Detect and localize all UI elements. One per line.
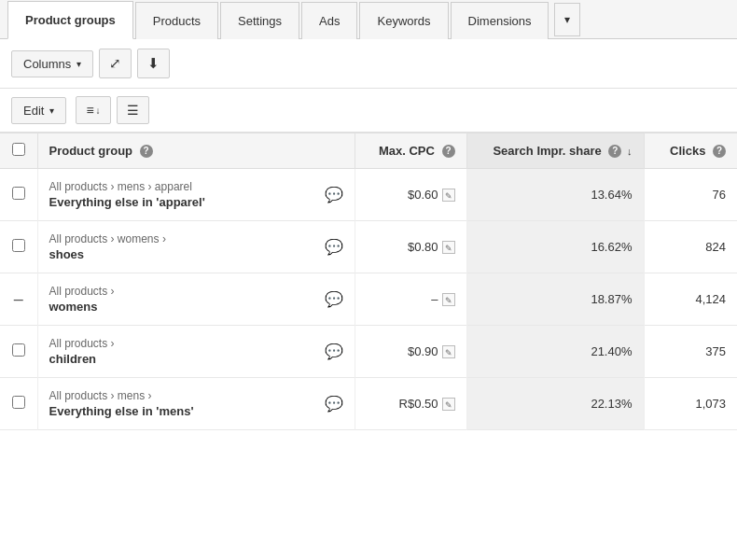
header-clicks: Clicks ? <box>644 133 737 169</box>
search-impr-share-value: 21.40% <box>591 344 632 358</box>
download-icon: ⬇ <box>147 55 160 72</box>
cpc-value: $0.60 <box>408 188 438 202</box>
search-impr-share-value: 18.87% <box>591 292 632 306</box>
product-group-cell: All products › children 💬 <box>37 326 355 378</box>
product-path: All products › mens › <box>49 389 194 402</box>
tab-product-groups[interactable]: Product groups <box>7 1 133 39</box>
max-cpc-cell: R$0.50 ✎ <box>355 378 466 430</box>
product-name: shoes <box>49 247 166 261</box>
cpc-edit-icon[interactable]: ✎ <box>442 398 455 411</box>
header-search-impr-share: Search Impr. share ? ↓ <box>466 133 644 169</box>
product-path: All products › <box>49 337 115 350</box>
clicks-value: 375 <box>705 344 726 358</box>
search-impr-share-cell: 16.62% <box>466 221 644 273</box>
list-icon: ☰ <box>127 103 139 118</box>
product-path: All products › womens › <box>49 232 166 245</box>
tab-products[interactable]: Products <box>135 2 218 39</box>
table-row: All products › mens › Everything else in… <box>0 378 737 430</box>
search-impr-share-cell: 13.64% <box>466 169 644 221</box>
table-row: All products › womens › shoes 💬 $0.80 ✎ … <box>0 221 737 273</box>
clicks-help-icon[interactable]: ? <box>713 145 726 158</box>
product-name: womens <box>49 300 115 314</box>
search-impr-share-value: 13.64% <box>591 188 632 202</box>
clicks-value: 824 <box>705 240 726 254</box>
cpc-value: – <box>431 292 438 306</box>
header-select <box>0 133 37 169</box>
edit-button[interactable]: Edit ▾ <box>11 97 66 124</box>
comment-icon[interactable]: 💬 <box>325 186 343 203</box>
toolbar-1: Columns ▾ ⤢ ⬇ <box>0 39 737 89</box>
select-all-checkbox[interactable] <box>12 143 25 156</box>
product-group-cell: All products › mens › apparel Everything… <box>37 169 355 221</box>
clicks-value: 1,073 <box>695 397 726 411</box>
row-checkbox[interactable] <box>12 187 25 200</box>
max-cpc-cell: $0.90 ✎ <box>355 326 466 378</box>
columns-button[interactable]: Columns ▾ <box>11 50 93 77</box>
search-impr-share-cell: 18.87% <box>466 273 644 326</box>
product-name: children <box>49 352 115 366</box>
select-cell <box>0 221 37 273</box>
tab-ads[interactable]: Ads <box>301 2 357 39</box>
comment-icon[interactable]: 💬 <box>325 395 343 413</box>
tab-more-button[interactable]: ▾ <box>554 3 580 36</box>
cpc-edit-icon[interactable]: ✎ <box>442 345 455 358</box>
product-group-cell: All products › mens › Everything else in… <box>37 378 355 430</box>
select-cell <box>0 378 37 430</box>
product-name: Everything else in 'apparel' <box>49 195 205 209</box>
search-impr-share-value: 16.62% <box>591 240 632 254</box>
search-impr-share-cell: 22.13% <box>466 378 644 430</box>
tab-settings[interactable]: Settings <box>220 2 299 39</box>
search-impr-share-value: 22.13% <box>591 397 632 411</box>
max-cpc-cell: $0.60 ✎ <box>355 169 466 221</box>
toolbar-2: Edit ▾ ≡ ↓ ☰ <box>0 89 737 133</box>
search-impr-share-help-icon[interactable]: ? <box>608 145 621 158</box>
row-checkbox[interactable] <box>12 343 25 357</box>
max-cpc-cell: – ✎ <box>355 273 466 326</box>
tabs-bar: Product groups Products Settings Ads Key… <box>0 0 737 39</box>
table-row: All products › children 💬 $0.90 ✎ 21.40%… <box>0 326 737 378</box>
clicks-cell: 76 <box>644 169 737 221</box>
product-group-cell: All products › womens 💬 <box>37 273 355 326</box>
product-name: Everything else in 'mens' <box>49 404 194 418</box>
clicks-cell: 375 <box>644 326 737 378</box>
table-row: – All products › womens 💬 – ✎ 18.87%4,12… <box>0 273 737 326</box>
cpc-edit-icon[interactable]: ✎ <box>442 293 455 306</box>
clicks-value: 4,124 <box>695 292 726 306</box>
graph-button[interactable]: ⤢ <box>99 49 132 78</box>
row-checkbox[interactable] <box>12 396 25 409</box>
product-group-cell: All products › womens › shoes 💬 <box>37 221 355 273</box>
clicks-cell: 824 <box>644 221 737 273</box>
filter-button[interactable]: ≡ ↓ <box>76 96 110 124</box>
columns-dropdown-arrow: ▾ <box>76 59 81 69</box>
product-group-help-icon[interactable]: ? <box>140 145 153 158</box>
tab-dimensions[interactable]: Dimensions <box>451 2 549 39</box>
select-cell: – <box>0 273 37 326</box>
search-impr-share-cell: 21.40% <box>466 326 644 378</box>
max-cpc-help-icon[interactable]: ? <box>442 145 455 158</box>
download-button[interactable]: ⬇ <box>137 49 170 78</box>
comment-icon[interactable]: 💬 <box>325 290 343 308</box>
clicks-value: 76 <box>713 188 726 202</box>
list-view-button[interactable]: ☰ <box>117 96 149 124</box>
sort-arrow-icon: ↓ <box>627 146 633 157</box>
graph-icon: ⤢ <box>109 55 121 72</box>
header-max-cpc: Max. CPC ? <box>355 133 466 169</box>
edit-dropdown-arrow: ▾ <box>49 105 54 116</box>
data-table: Product group ? Max. CPC ? Search Impr. … <box>0 133 737 430</box>
comment-icon[interactable]: 💬 <box>325 343 343 360</box>
tab-keywords[interactable]: Keywords <box>359 2 448 39</box>
cpc-value: $0.90 <box>408 344 438 358</box>
header-product-group: Product group ? <box>37 133 355 169</box>
clicks-cell: 4,124 <box>644 273 737 326</box>
cpc-value: R$0.50 <box>399 397 438 411</box>
max-cpc-cell: $0.80 ✎ <box>355 221 466 273</box>
clicks-cell: 1,073 <box>644 378 737 430</box>
row-checkbox[interactable] <box>12 239 25 252</box>
table-row: All products › mens › apparel Everything… <box>0 169 737 221</box>
select-cell <box>0 326 37 378</box>
cpc-edit-icon[interactable]: ✎ <box>442 241 455 254</box>
product-path: All products › <box>49 285 115 298</box>
cpc-edit-icon[interactable]: ✎ <box>442 189 455 202</box>
filter-icon: ≡ <box>86 103 93 118</box>
comment-icon[interactable]: 💬 <box>325 238 343 256</box>
